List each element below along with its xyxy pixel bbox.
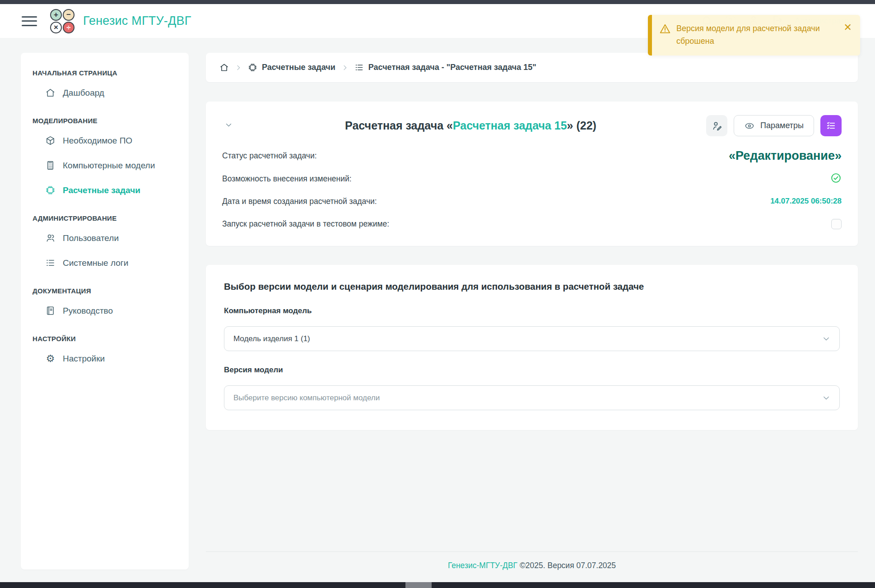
computer-model-select[interactable]: Модель изделия 1 (1) [224,326,840,351]
model-selection-card: Выбор версии модели и сценария моделиров… [206,265,858,430]
created-datetime-value: 14.07.2025 06:50:28 [770,197,842,206]
status-row-test-mode: Запуск расчетной задачи в тестовом режим… [222,217,842,231]
sidebar-item-label: Пользователи [63,233,119,243]
footer-version-text: ©2025. Версия 07.07.2025 [520,561,616,570]
window-top-strip [0,0,875,4]
main-content: Расчетные задачи Расчетная задача - "Рас… [206,38,858,582]
sidebar-item-label: Расчетные задачи [63,185,140,195]
breadcrumb-current-task[interactable]: Расчетная задача - "Расчетная задача 15" [354,63,536,72]
home-icon [219,63,229,72]
sidebar-section-documentation: ДОКУМЕНТАЦИЯ [33,287,177,295]
task-title-suffix: » (22) [567,119,596,132]
chevron-right-icon [235,64,242,71]
computer-model-label: Компьютерная модель [224,306,840,315]
chip-icon [45,185,56,195]
sidebar-item-label: Дашбоард [63,88,104,98]
checklist-button[interactable] [820,115,842,136]
calculator-icon [45,160,56,171]
computer-model-value: Модель изделия 1 (1) [233,334,310,343]
sidebar-item-computer-models[interactable]: Компьютерные модели [29,153,181,178]
home-icon [45,88,56,98]
sidebar-item-label: Системные логи [63,258,128,268]
sidebar-item-users[interactable]: Пользователи [29,226,181,250]
check-circle-icon [830,172,842,185]
sidebar-section-home: НАЧАЛЬНАЯ СТРАНИЦА [33,69,177,77]
status-row-state: Статус расчетной задачи: «Редактирование… [222,149,842,163]
status-row-editable: Возможность внесения изменений: [222,172,842,185]
sidebar-section-modeling: МОДЕЛИРОВАНИЕ [33,117,177,125]
breadcrumb-home[interactable] [219,63,229,72]
breadcrumb: Расчетные задачи Расчетная задача - "Рас… [206,53,858,82]
breadcrumb-calculation-tasks[interactable]: Расчетные задачи [248,63,335,72]
app-window: + − × ÷ Генезис МГТУ-ДВГ ? Администратор… [0,0,875,582]
task-title-prefix: Расчетная задача « [345,119,453,132]
sidebar-item-required-software[interactable]: Необходимое ПО [29,128,181,153]
chevron-right-icon [341,64,349,71]
task-title-row: Расчетная задача «Расчетная задача 15» (… [222,115,842,136]
app-title: Генезис МГТУ-ДВГ [83,14,191,28]
sidebar-item-calculation-tasks[interactable]: Расчетные задачи [29,178,181,203]
sidebar-section-settings: НАСТРОЙКИ [33,335,177,343]
sidebar: НАЧАЛЬНАЯ СТРАНИЦА Дашбоард МОДЕЛИРОВАНИ… [21,53,189,569]
user-edit-icon [712,120,722,131]
sidebar-item-label: Настройки [63,354,105,364]
users-icon [45,233,56,243]
list-icon [354,63,364,72]
app-logo: + − × ÷ [50,9,76,34]
sidebar-item-label: Руководство [63,306,113,316]
package-icon [45,135,56,146]
task-title-link[interactable]: Расчетная задача 15 [453,119,567,132]
status-row-created: Дата и время создания расчетной задачи: … [222,194,842,208]
sidebar-item-label: Компьютерные модели [63,161,155,171]
logo-multiply-icon: × [50,22,62,33]
menu-toggle-button[interactable] [22,15,37,27]
sidebar-item-manual[interactable]: Руководство [29,298,181,323]
gear-icon: ⚙ [45,353,56,364]
parameters-button-label: Параметры [760,121,804,130]
edit-user-button[interactable] [706,115,727,136]
logo-divide-icon: ÷ [63,22,74,33]
status-label: Запуск расчетной задачи в тестовом режим… [222,219,389,229]
logo-minus-icon: − [63,9,74,21]
toast-close-icon[interactable]: ✕ [844,23,852,32]
model-version-placeholder: Выберите версию компьютерной модели [233,394,380,403]
footer-brand-link[interactable]: Генезис-МГТУ-ДВГ [448,561,517,570]
test-mode-checkbox[interactable] [831,219,842,229]
status-value: «Редактирование» [729,149,842,163]
sidebar-item-label: Необходимое ПО [63,136,132,146]
book-icon [45,306,56,316]
status-label: Возможность внесения изменений: [222,174,352,184]
checklist-icon [826,120,836,131]
model-version-label: Версия модели [224,366,840,375]
chevron-down-icon [822,394,830,402]
chevron-down-icon [822,335,830,343]
task-status-list: Статус расчетной задачи: «Редактирование… [222,149,842,231]
breadcrumb-label: Расчетная задача - "Расчетная задача 15" [368,63,536,72]
breadcrumb-label: Расчетные задачи [262,63,335,72]
collapse-chevron-icon[interactable] [222,119,235,133]
eye-icon [744,120,755,131]
toast-message: Версия модели для расчетной задачи сброш… [676,23,830,48]
model-selection-heading: Выбор версии модели и сценария моделиров… [224,281,840,292]
warning-icon [659,23,671,35]
task-actions: Параметры [706,115,842,136]
page-layout: НАЧАЛЬНАЯ СТРАНИЦА Дашбоард МОДЕЛИРОВАНИ… [0,38,875,582]
status-label: Статус расчетной задачи: [222,151,317,161]
parameters-button[interactable]: Параметры [734,115,814,136]
model-version-select[interactable]: Выберите версию компьютерной модели [224,385,840,410]
task-title: Расчетная задача «Расчетная задача 15» (… [235,119,706,132]
page-footer: Генезис-МГТУ-ДВГ ©2025. Версия 07.07.202… [206,551,858,582]
sidebar-item-settings[interactable]: ⚙ Настройки [29,346,181,371]
sidebar-section-administration: АДМИНИСТРИРОВАНИЕ [33,214,177,222]
sidebar-item-system-logs[interactable]: Системные логи [29,250,181,275]
task-summary-card: Расчетная задача «Расчетная задача 15» (… [206,102,858,246]
horizontal-scrollbar[interactable] [0,582,875,588]
status-label: Дата и время создания расчетной задачи: [222,197,377,206]
logo-plus-icon: + [50,9,62,21]
scrollbar-thumb[interactable] [405,582,432,588]
list-icon [45,258,56,268]
warning-toast: Версия модели для расчетной задачи сброш… [648,15,860,56]
chip-icon [248,63,257,72]
sidebar-item-dashboard[interactable]: Дашбоард [29,80,181,105]
